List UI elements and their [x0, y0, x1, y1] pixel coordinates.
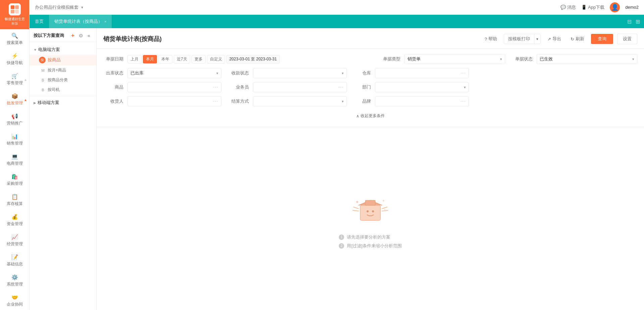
query-button[interactable]: 查询: [591, 34, 613, 44]
tab-maximize-icon[interactable]: ⊞: [634, 17, 641, 26]
settlement-select[interactable]: ▾: [253, 96, 347, 106]
page-layout: 按以下方案查询 + ⊙ « ▼ 电脑端方案 按 按商品: [30, 28, 644, 310]
tree-parent-mobile[interactable]: ▶ 移动端方案: [30, 98, 96, 108]
payment-label: 收款状态: [225, 70, 249, 76]
collapse-btn[interactable]: ∧ 收起更多条件: [354, 110, 387, 121]
svg-rect-4: [360, 205, 380, 220]
date-btn-this-month[interactable]: 本月: [143, 55, 157, 63]
sidebar-item-base-info[interactable]: 📝 基础信息: [0, 251, 29, 271]
help-btn[interactable]: ? 帮助: [482, 35, 500, 43]
storage-dots-icon: ···: [461, 70, 466, 76]
tip2-text: 用[过滤]条件来缩小分析范围: [347, 243, 401, 249]
sidebar-item-retail[interactable]: 🛒 零售管理 ▲: [0, 69, 29, 90]
storage-select[interactable]: ···: [375, 68, 469, 78]
settings-button[interactable]: 设置: [617, 34, 637, 44]
left-panel-collapse-btn[interactable]: «: [86, 32, 92, 39]
warehouse-select[interactable]: 已出库 ▾: [127, 68, 221, 78]
empty-illustration: ✦ ✦ ✦: [350, 189, 390, 229]
goods-category-label: 按商品分类: [48, 77, 68, 83]
dept-select[interactable]: ▾: [375, 82, 469, 92]
sidebar-item-system[interactable]: ⚙️ 系统管理: [0, 271, 29, 291]
date-btn-7days[interactable]: 近7天: [174, 55, 190, 63]
svg-text:✦: ✦: [382, 199, 385, 203]
sidebar-item-inventory[interactable]: 📋 库存核算: [0, 190, 29, 210]
page-header-actions: ? 帮助 按模板打印 ▾ ↗ 导出 ↻ 刷新: [482, 34, 637, 44]
message-label: 消息: [567, 4, 576, 10]
avatar-img: 👤: [611, 4, 619, 11]
payment-select[interactable]: ▾: [253, 68, 347, 78]
doc-status-select[interactable]: 已生效 ▾: [537, 54, 637, 64]
filter-row-1: 单据日期 上月 本月 本年 近7天 更多 自定义 2023-03-01 至 20…: [103, 54, 637, 64]
tree-child-goods-category[interactable]: B 按商品分类: [30, 75, 96, 85]
tab-home[interactable]: 首页: [30, 15, 49, 28]
sidebar-item-wholesale[interactable]: 📦 批发管理 ▲: [0, 90, 29, 110]
refresh-btn[interactable]: ↻ 刷新: [568, 35, 587, 43]
sidebar-item-label: 库存核算: [7, 201, 23, 207]
date-label: 单据日期: [103, 56, 123, 62]
app-logo[interactable]: 畅捷通好生意 标版: [0, 0, 30, 29]
industry-dropdown-icon[interactable]: ▾: [81, 5, 83, 10]
page-header: 销货单统计表(按商品) ? 帮助 按模板打印 ▾ ↗ 导出: [97, 28, 644, 49]
template-print-main[interactable]: 按模板打印: [504, 34, 534, 44]
sidebar-item-marketing[interactable]: 📢 营销推广: [0, 110, 29, 130]
svg-rect-3: [15, 10, 19, 13]
ecommerce-icon: 💻: [11, 153, 18, 160]
sidebar-item-quick-nav[interactable]: ⚡ 快捷导航: [0, 49, 29, 69]
content-area: ✦ ✦ ✦ 1 请先选择要分析的方案: [97, 127, 644, 310]
sidebar-item-enterprise[interactable]: 🤝 企业协同: [0, 291, 29, 310]
tab-minimize-icon[interactable]: ⊟: [626, 17, 633, 26]
tab-close-icon[interactable]: ×: [104, 19, 106, 23]
date-btn-custom[interactable]: 自定义: [207, 55, 225, 63]
sidebar-item-label: 营销推广: [7, 120, 23, 126]
quick-nav-icon: ⚡: [11, 53, 18, 59]
date-btn-last-month[interactable]: 上月: [127, 55, 142, 63]
template-print-arrow[interactable]: ▾: [534, 34, 541, 44]
app-download-btn[interactable]: 📱 App下载: [581, 4, 604, 10]
svg-point-7: [372, 210, 374, 212]
staff-select[interactable]: ···: [253, 82, 347, 92]
sidebar-item-ecommerce[interactable]: 💻 电商管理: [0, 150, 29, 170]
warehouse-label: 出库状态: [103, 70, 123, 76]
left-panel-title: 按以下方案查询: [34, 33, 64, 39]
user-avatar[interactable]: 👤: [610, 2, 620, 12]
sidebar-item-finance[interactable]: 💰 资金管理: [0, 210, 29, 230]
sidebar-item-operations[interactable]: 📈 经营管理: [0, 230, 29, 251]
tree-child-month-goods[interactable]: M 按月+商品: [30, 65, 96, 75]
tree-parent-pc[interactable]: ▼ 电脑端方案: [30, 45, 96, 55]
tab-active[interactable]: 销货单统计表（按商品） ×: [49, 15, 112, 28]
tree-parent-mobile-label: 移动端方案: [38, 100, 59, 106]
date-btn-this-year[interactable]: 本年: [158, 55, 172, 63]
date-value: 上月 本月 本年 近7天 更多 自定义 2023-03-01 至 2023-03…: [127, 55, 373, 63]
template-print-btn[interactable]: 按模板打印 ▾: [504, 34, 541, 44]
doc-type-select[interactable]: 销货单 ▾: [405, 54, 505, 64]
by-goods-icon: 按: [39, 57, 46, 63]
collapse-up-icon: ∧: [356, 114, 359, 118]
receiver-select[interactable]: ···: [127, 96, 221, 106]
sidebar-item-search-menu[interactable]: 🔍 搜索菜单: [0, 29, 29, 49]
tree-child-by-machine[interactable]: B 按司机: [30, 85, 96, 95]
system-icon: ⚙️: [11, 274, 18, 280]
username[interactable]: demo2: [625, 5, 639, 10]
brand-select[interactable]: ···: [375, 96, 469, 106]
doc-status-arrow-icon: ▾: [632, 57, 634, 61]
date-btn-more[interactable]: 更多: [192, 55, 206, 63]
left-panel-edit-btn[interactable]: ⊙: [77, 32, 84, 39]
export-btn[interactable]: ↗ 导出: [545, 35, 564, 43]
page-header-top: 销货单统计表(按商品) ? 帮助 按模板打印 ▾ ↗ 导出: [103, 34, 637, 44]
message-btn[interactable]: 💬 消息: [560, 4, 576, 10]
goods-dots-icon: ···: [213, 84, 218, 90]
sidebar-item-label: 快捷导航: [7, 60, 23, 66]
tree-child-by-goods[interactable]: 按 按商品: [30, 55, 96, 65]
date-range[interactable]: 2023-03-01 至 2023-03-31: [226, 55, 280, 63]
left-panel-header-actions: + ⊙ «: [69, 32, 92, 39]
app-download-label: App下载: [588, 4, 604, 10]
tip1-num: 1: [339, 235, 344, 240]
purchase-icon: 🛍️: [11, 173, 18, 180]
svg-line-14: [382, 210, 388, 211]
sidebar-item-purchase[interactable]: 🛍️ 采购管理: [0, 170, 29, 190]
sidebar-item-sales[interactable]: 📊 销售管理: [0, 130, 29, 150]
storage-label: 仓库: [351, 70, 371, 76]
left-panel-add-btn[interactable]: +: [69, 32, 76, 39]
goods-select[interactable]: ···: [127, 82, 221, 92]
receiver-dots-icon: ···: [213, 98, 218, 104]
